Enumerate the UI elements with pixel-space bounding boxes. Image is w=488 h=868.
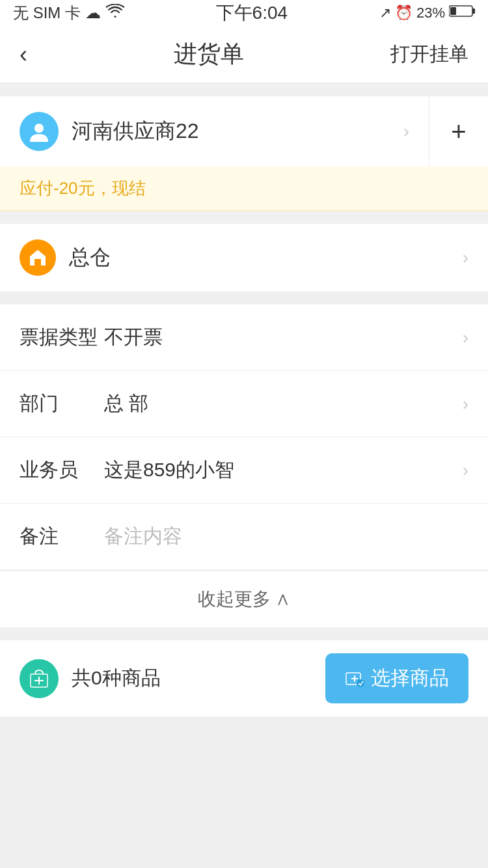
- department-value: 总 部: [104, 390, 456, 417]
- battery-icon: [449, 5, 475, 21]
- select-product-button[interactable]: 选择商品: [325, 653, 468, 703]
- select-product-label: 选择商品: [371, 665, 449, 692]
- dept-chevron-icon: ›: [463, 394, 468, 414]
- battery-text: 23%: [416, 5, 445, 21]
- ticket-type-value: 不开票: [104, 324, 456, 351]
- remark-input[interactable]: 备注内容: [104, 523, 468, 550]
- svg-point-3: [34, 124, 44, 133]
- notice-bar: 应付-20元，现结: [0, 167, 488, 211]
- alarm-icon: ⏰: [395, 5, 413, 21]
- location-icon: ↗: [379, 5, 391, 21]
- supplier-chevron-icon: ›: [403, 121, 409, 142]
- product-icon: [20, 659, 59, 698]
- supplier-selector[interactable]: 河南供应商22 ›: [0, 96, 429, 167]
- back-button[interactable]: ‹: [20, 41, 27, 68]
- status-time: 下午6:04: [216, 1, 288, 25]
- product-count: 共0种商品: [72, 665, 312, 692]
- gap-2: [0, 211, 488, 224]
- gap-3: [0, 292, 488, 305]
- warehouse-section[interactable]: 总仓 ›: [0, 224, 488, 292]
- warehouse-chevron-icon: ›: [463, 247, 468, 268]
- add-supplier-button[interactable]: +: [429, 96, 488, 167]
- remark-row[interactable]: 备注 备注内容: [0, 504, 488, 569]
- ticket-type-row[interactable]: 票据类型 不开票 ›: [0, 305, 488, 371]
- ticket-type-label: 票据类型: [20, 324, 104, 351]
- gap-1: [0, 83, 488, 96]
- sales-chevron-icon: ›: [463, 460, 468, 481]
- nav-bar: ‹ 进货单 打开挂单: [0, 26, 488, 83]
- svg-rect-4: [34, 259, 41, 265]
- page-title: 进货单: [174, 38, 244, 70]
- salesperson-value: 这是859的小智: [104, 457, 456, 483]
- remark-label: 备注: [20, 523, 104, 550]
- status-left: 无 SIM 卡 ☁: [13, 3, 124, 23]
- collapse-button[interactable]: 收起更多 ∧: [198, 587, 291, 612]
- warehouse-name: 总仓: [69, 243, 456, 272]
- bottom-section: 共0种商品 选择商品: [0, 640, 488, 716]
- salesperson-row[interactable]: 业务员 这是859的小智 ›: [0, 437, 488, 504]
- form-section: 票据类型 不开票 › 部门 总 部 › 业务员 这是859的小智 › 备注 备注…: [0, 305, 488, 569]
- collapse-section: 收起更多 ∧: [0, 571, 488, 627]
- supplier-section: 河南供应商22 › +: [0, 96, 488, 167]
- svg-point-7: [357, 679, 364, 687]
- wifi-icon: [106, 4, 124, 22]
- status-bar: 无 SIM 卡 ☁ 下午6:04 ↗ ⏰ 23%: [0, 0, 488, 26]
- supplier-name: 河南供应商22: [72, 117, 397, 146]
- svg-rect-1: [472, 8, 475, 14]
- salesperson-label: 业务员: [20, 457, 104, 483]
- open-pending-button[interactable]: 打开挂单: [390, 41, 468, 68]
- department-row[interactable]: 部门 总 部 ›: [0, 371, 488, 437]
- supplier-avatar: [20, 112, 59, 151]
- warehouse-icon: [20, 239, 56, 276]
- ticket-chevron-icon: ›: [463, 327, 468, 348]
- department-label: 部门: [20, 390, 104, 417]
- status-right: ↗ ⏰ 23%: [379, 5, 475, 21]
- notice-text: 应付-20元，现结: [20, 178, 146, 198]
- svg-rect-2: [450, 7, 456, 15]
- no-sim-text: 无 SIM 卡 ☁: [13, 3, 101, 23]
